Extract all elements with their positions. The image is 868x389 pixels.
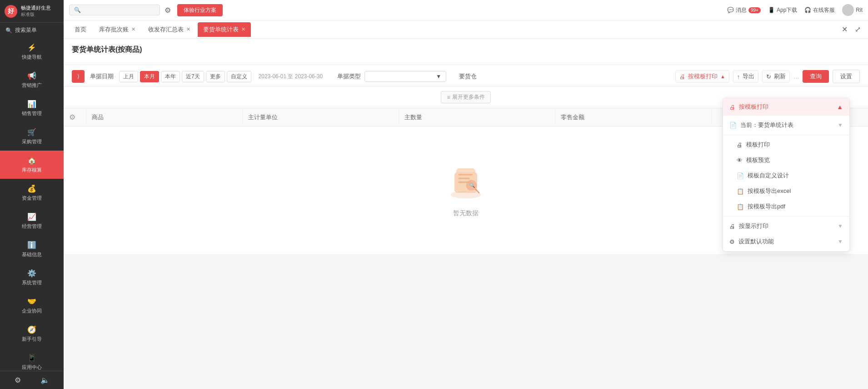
- sidebar-item-system[interactable]: ⚙️ 系统管理: [0, 263, 64, 292]
- sidebar-item-sales[interactable]: 📊 销售管理: [0, 94, 64, 122]
- refresh-button[interactable]: ↻ 刷新: [762, 70, 790, 83]
- app-icon: 📱: [27, 354, 36, 362]
- online-service-btn[interactable]: 🎧 在线客服: [804, 6, 835, 14]
- current-template-section[interactable]: 📄 当前：要货单统计表 ▼: [723, 117, 849, 133]
- sidebar-item-basic[interactable]: ℹ️ 基础信息: [0, 235, 64, 263]
- date-btn-this-month[interactable]: 本月: [140, 71, 159, 82]
- content-area: 要货单统计表(按商品) ⟩ 单据日期 上月 本月 本年 近7天 更多 自定义 2…: [64, 39, 868, 389]
- sidebar-item-guide[interactable]: 🧭 新手引导: [0, 320, 64, 348]
- display-print-section[interactable]: 🖨 按显示打印 ▼: [723, 218, 849, 234]
- current-template-arrow: ▼: [838, 122, 843, 128]
- operation-icon: 📈: [27, 212, 36, 221]
- sidebar-item-quick-nav[interactable]: ⚡ 快捷导航: [0, 38, 64, 66]
- export-label: 导出: [743, 72, 754, 81]
- tab-order-stats-close[interactable]: ✕: [241, 26, 245, 32]
- topbar-search[interactable]: 🔍: [69, 5, 160, 15]
- settings-button[interactable]: 设置: [833, 70, 860, 83]
- template-preview-item[interactable]: 👁 模板预览: [723, 152, 849, 168]
- date-btn-last-month[interactable]: 上月: [119, 71, 138, 82]
- sidebar-item-label: 资金管理: [22, 195, 42, 202]
- sidebar-item-label: 企业协同: [22, 308, 42, 314]
- filter-bar-row1: ⟩ 单据日期 上月 本月 本年 近7天 更多 自定义 2023-06-01 至 …: [64, 65, 868, 86]
- search-menu[interactable]: 🔍 搜索菜单: [0, 23, 64, 38]
- template-print-item[interactable]: 🖨 模板打印: [723, 137, 849, 152]
- sidebar-item-label: 快捷导航: [22, 54, 42, 61]
- svg-rect-3: [458, 174, 473, 175]
- user-avatar-area[interactable]: Rit: [842, 4, 863, 16]
- logo-area: 好 畅捷通好生意 标准版: [0, 0, 64, 23]
- refresh-icon: ↻: [766, 73, 771, 80]
- tab-home-label: 首页: [75, 25, 86, 34]
- tab-receipt-summary-close[interactable]: ✕: [186, 26, 190, 32]
- sidebar-item-marketing[interactable]: 📢 营销推广: [0, 66, 64, 94]
- default-function-arrow: ▼: [838, 238, 843, 245]
- experience-button[interactable]: 体验行业方案: [177, 4, 223, 16]
- template-preview-icon: 👁: [737, 157, 743, 164]
- print-header-icon: 🖨: [729, 104, 735, 111]
- tab-inventory-batch[interactable]: 库存批次账 ✕: [94, 22, 141, 37]
- tab-expand-btn[interactable]: ⤢: [853, 23, 863, 35]
- logo-text-area: 畅捷通好生意 标准版: [21, 5, 51, 17]
- tab-inventory-batch-close[interactable]: ✕: [131, 26, 135, 32]
- default-function-icon: ⚙: [729, 238, 735, 245]
- template-custom-item[interactable]: 📄 模板自定义设计: [723, 168, 849, 183]
- export-button[interactable]: ↑ 导出: [733, 70, 759, 83]
- user-name: Rit: [856, 7, 863, 13]
- tab-receipt-summary-label: 收发存汇总表: [148, 25, 184, 34]
- inventory-icon: 🏠: [27, 156, 36, 165]
- date-range-text: 2023-06-01 至 2023-06-30: [259, 73, 323, 81]
- sidebar-item-operation[interactable]: 📈 经营管理: [0, 207, 64, 235]
- topbar: 🔍 ⚙ 体验行业方案 💬 消息 99+ 📱 App下载 🎧 在线客服 Rit: [64, 0, 868, 20]
- table-settings-icon[interactable]: ⚙: [69, 113, 75, 121]
- tab-order-stats[interactable]: 要货单统计表 ✕: [198, 22, 251, 37]
- expand-conditions-button[interactable]: ≡ 展开更多条件: [441, 91, 490, 103]
- topbar-right: 💬 消息 99+ 📱 App下载 🎧 在线客服 Rit: [727, 4, 863, 16]
- date-btn-more[interactable]: 更多: [206, 71, 225, 82]
- finance-icon: 💰: [27, 184, 36, 193]
- sidebar-item-purchase[interactable]: 🛒 采购管理: [0, 122, 64, 151]
- message-btn[interactable]: 💬 消息 99+: [727, 6, 761, 14]
- table-col-settings[interactable]: ⚙: [64, 108, 86, 126]
- main-area: 🔍 ⚙ 体验行业方案 💬 消息 99+ 📱 App下载 🎧 在线客服 Rit: [64, 0, 868, 389]
- purchase-icon: 🛒: [27, 128, 36, 136]
- table-col-unit: 主计量单位: [243, 108, 399, 126]
- divider-2: [723, 216, 849, 217]
- display-print-icon: 🖨: [729, 223, 735, 230]
- sidebar-item-app[interactable]: 📱 应用中心: [0, 348, 64, 371]
- template-export-pdf-item[interactable]: 📋 按模板导出pdf: [723, 199, 849, 214]
- date-btn-custom[interactable]: 自定义: [227, 71, 251, 82]
- template-export-excel-icon: 📋: [737, 188, 744, 195]
- date-btn-7days[interactable]: 近7天: [182, 71, 204, 82]
- sidebar-item-enterprise[interactable]: 🤝 企业协同: [0, 292, 64, 320]
- quick-nav-icon: ⚡: [27, 43, 36, 52]
- print-dropdown[interactable]: 🖨 按模板打印 ▲ 📄 当前：要货单统计表 ▼ �: [723, 98, 850, 252]
- empty-text: 暂无数据: [453, 209, 479, 217]
- toolbar-buttons: 🖨 按模板打印 ▲ ↑ 导出 ↻ 刷新 ... 查询 设置: [675, 70, 860, 83]
- tab-receipt-summary[interactable]: 收发存汇总表 ✕: [143, 22, 196, 37]
- topbar-gear-icon[interactable]: ⚙: [165, 6, 171, 15]
- template-export-pdf-icon: 📋: [737, 203, 744, 210]
- date-buttons: 上月 本月 本年 近7天 更多 自定义: [119, 71, 251, 82]
- settings-bottom-icon[interactable]: ⚙: [15, 376, 21, 384]
- filter-toggle-button[interactable]: ⟩: [72, 70, 85, 83]
- expand-icon: ≡: [447, 94, 450, 101]
- dropdown-body: 📄 当前：要货单统计表 ▼ 🖨 模板打印 👁 模板预览: [723, 116, 849, 251]
- sidebar-item-finance[interactable]: 💰 资金管理: [0, 179, 64, 207]
- app-download-btn[interactable]: 📱 App下载: [768, 6, 797, 14]
- more-actions-button[interactable]: ...: [793, 73, 799, 80]
- guide-icon: 🧭: [27, 325, 36, 334]
- print-template-button[interactable]: 🖨 按模板打印 ▲: [675, 70, 729, 83]
- default-function-section[interactable]: ⚙ 设置默认功能 ▼: [723, 234, 849, 249]
- dropdown-header[interactable]: 🖨 按模板打印 ▲: [723, 98, 849, 116]
- table-col-quantity: 主数量: [399, 108, 555, 126]
- query-button[interactable]: 查询: [803, 70, 829, 83]
- search-menu-label: 搜索菜单: [15, 26, 37, 34]
- sidebar-item-inventory[interactable]: 🏠 库存核算: [0, 151, 64, 179]
- speaker-icon[interactable]: 🔈: [40, 376, 50, 384]
- tab-home[interactable]: 首页: [69, 22, 92, 37]
- tab-close-btn[interactable]: ✕: [840, 23, 849, 35]
- template-export-excel-item[interactable]: 📋 按模板导出excel: [723, 183, 849, 199]
- type-select[interactable]: ▼: [364, 71, 446, 82]
- dropdown-collapse-icon[interactable]: ▲: [837, 103, 843, 111]
- date-btn-this-year[interactable]: 本年: [161, 71, 180, 82]
